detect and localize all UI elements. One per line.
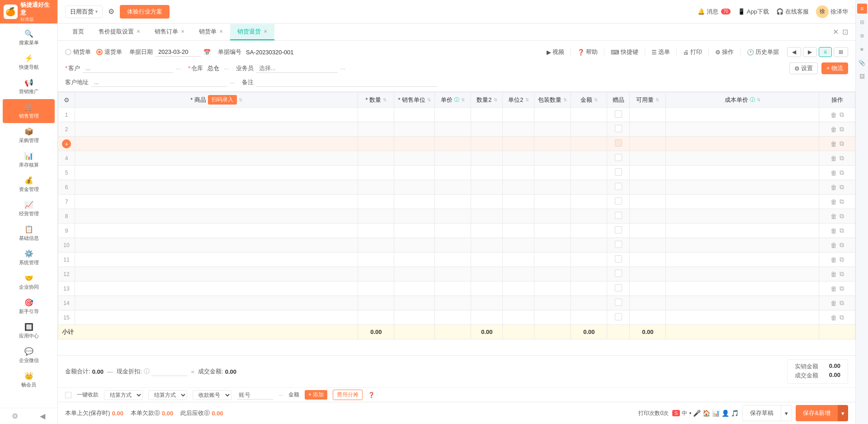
date-input[interactable]: [156, 48, 201, 57]
calc-select[interactable]: 结算方式: [148, 390, 187, 400]
tab-sale-order-close[interactable]: ✕: [181, 29, 184, 34]
row-sale-unit-cell[interactable]: [394, 122, 435, 137]
gift-checkbox[interactable]: [615, 226, 622, 233]
music-tool-icon[interactable]: 🎵: [731, 410, 739, 417]
product-sort-icon[interactable]: ⇅: [239, 97, 242, 102]
logistics-btn[interactable]: + 物流: [821, 62, 848, 74]
sidebar-collapse-btn[interactable]: ◀: [31, 412, 55, 420]
gift-checkbox[interactable]: [615, 284, 622, 291]
address-dots[interactable]: ···: [230, 79, 235, 86]
topbar-gear-icon[interactable]: ⚙: [106, 5, 116, 18]
row-copy-icon[interactable]: ⧉: [840, 227, 844, 234]
tab-sale-return[interactable]: 销货退货 ✕: [230, 24, 274, 40]
sale-unit-sort-icon[interactable]: ⇅: [427, 97, 431, 102]
row-delete-icon[interactable]: 🗑: [830, 198, 837, 205]
download-btn[interactable]: 📱 App下载: [738, 8, 769, 16]
sidebar-item-newbie[interactable]: 🎯 新手引导: [3, 295, 55, 319]
row-qty2-cell[interactable]: [471, 137, 503, 151]
user-area[interactable]: 徐 徐泽华: [816, 5, 848, 18]
account-select[interactable]: 收款账号: [193, 390, 231, 400]
row-delete-icon[interactable]: 🗑: [830, 271, 837, 278]
row-copy-icon[interactable]: ⧉: [840, 299, 844, 307]
table-gear-icon[interactable]: ⚙: [64, 96, 70, 104]
sidebar-item-finance[interactable]: 💰 资金管理: [3, 172, 55, 196]
service-btn[interactable]: 🎧 在线客服: [776, 8, 809, 16]
right-panel-image-icon[interactable]: 🖼: [857, 71, 867, 81]
gift-checkbox[interactable]: [615, 125, 622, 132]
qty-sort-icon[interactable]: ⇅: [383, 97, 387, 102]
sidebar-item-operation[interactable]: 📈 经营管理: [3, 197, 55, 221]
row-delete-icon[interactable]: 🗑: [830, 300, 837, 307]
row-delete-icon[interactable]: 🗑: [830, 126, 837, 133]
row-copy-icon[interactable]: ⧉: [840, 241, 844, 249]
row-gift-cell[interactable]: [607, 108, 630, 122]
row-copy-icon[interactable]: ⧉: [840, 198, 844, 205]
shortcut-keys-btn[interactable]: ⌨ 快捷键: [608, 47, 641, 57]
row-copy-icon[interactable]: ⧉: [840, 314, 844, 321]
row-qty-cell[interactable]: [358, 108, 394, 122]
row-copy-icon[interactable]: ⧉: [840, 212, 844, 220]
tab-sale-return-close[interactable]: ✕: [264, 29, 267, 34]
row-avail-cell[interactable]: [630, 108, 666, 122]
gift-checkbox[interactable]: [615, 183, 622, 190]
row-unit2-cell[interactable]: [503, 137, 534, 151]
row-gift-cell[interactable]: [607, 122, 630, 137]
row-copy-icon[interactable]: ⧉: [840, 154, 844, 162]
row-delete-icon[interactable]: 🗑: [830, 184, 837, 191]
row-cost-cell[interactable]: [666, 137, 819, 151]
calendar-icon[interactable]: 📅: [203, 49, 211, 56]
row-avail-cell[interactable]: [630, 122, 666, 137]
row-unit2-cell[interactable]: [503, 108, 534, 122]
unit2-sort-icon[interactable]: ⇅: [525, 97, 529, 102]
gift-checkbox[interactable]: [615, 299, 622, 306]
nav-selector[interactable]: 日用百货 ▾: [65, 5, 103, 18]
sidebar-item-shortcut[interactable]: ⚡ 快捷导航: [3, 50, 55, 74]
row-sale-unit-cell[interactable]: [394, 108, 435, 122]
row-copy-icon[interactable]: ⧉: [840, 256, 844, 263]
row-copy-icon[interactable]: ⧉: [840, 285, 844, 292]
remark-input[interactable]: [256, 78, 437, 87]
row-delete-icon[interactable]: 🗑: [830, 227, 837, 234]
row-delete-icon[interactable]: 🗑: [830, 256, 837, 263]
row-amount-cell[interactable]: [571, 122, 607, 137]
qty2-sort-icon[interactable]: ⇅: [494, 97, 497, 102]
row-price-cell[interactable]: [435, 137, 471, 151]
gift-checkbox[interactable]: [615, 270, 622, 277]
save-draft-arrow-btn[interactable]: ▾: [781, 405, 792, 421]
gift-checkbox[interactable]: [615, 241, 622, 248]
radio-delivery[interactable]: 销货单: [65, 48, 91, 56]
view-list-btn[interactable]: ≡: [819, 47, 832, 57]
gift-checkbox[interactable]: [615, 197, 622, 205]
save-draft-btn[interactable]: 保存草稿: [742, 405, 781, 421]
row-product-cell[interactable]: [75, 108, 358, 122]
row-delete-icon[interactable]: 🗑: [830, 140, 837, 148]
row-price-cell[interactable]: [435, 122, 471, 137]
row-product-cell[interactable]: [75, 122, 358, 137]
sogou-icon[interactable]: S: [672, 410, 680, 416]
row-delete-icon[interactable]: 🗑: [830, 213, 837, 220]
row-delete-icon[interactable]: 🗑: [830, 314, 837, 321]
row-qty-cell[interactable]: [358, 137, 394, 151]
sidebar-item-inventory[interactable]: 📊 库存核算: [3, 148, 55, 172]
radio-return[interactable]: 退货单: [96, 48, 122, 56]
tab-sale-delivery-close[interactable]: ✕: [219, 29, 223, 34]
settings-btn[interactable]: ⚙ 设置: [789, 62, 818, 74]
row-pack-cell[interactable]: [534, 137, 571, 151]
history-btn[interactable]: 🕐 历史单据: [744, 47, 782, 57]
gift-checkbox[interactable]: [615, 110, 622, 118]
right-panel-clip-icon[interactable]: 📎: [857, 58, 867, 68]
nav-next-btn[interactable]: ▶: [803, 47, 817, 57]
row-unit2-cell[interactable]: [503, 122, 534, 137]
experience-btn[interactable]: 体验行业方案: [120, 5, 170, 19]
row-amount-cell[interactable]: [571, 137, 607, 151]
split-btn[interactable]: 费用分摊: [333, 390, 363, 400]
row-cost-cell[interactable]: [666, 122, 819, 137]
row-amount-cell[interactable]: [571, 108, 607, 122]
right-panel-star-icon[interactable]: ★: [857, 44, 867, 54]
close-tab-btn[interactable]: ✕: [833, 28, 839, 36]
row-delete-icon[interactable]: 🗑: [830, 285, 837, 292]
account-input[interactable]: [237, 391, 273, 400]
fullscreen-btn[interactable]: ⊡: [842, 28, 848, 36]
row-delete-icon[interactable]: 🗑: [830, 242, 837, 249]
print-btn[interactable]: 🖨 打印: [680, 47, 705, 57]
